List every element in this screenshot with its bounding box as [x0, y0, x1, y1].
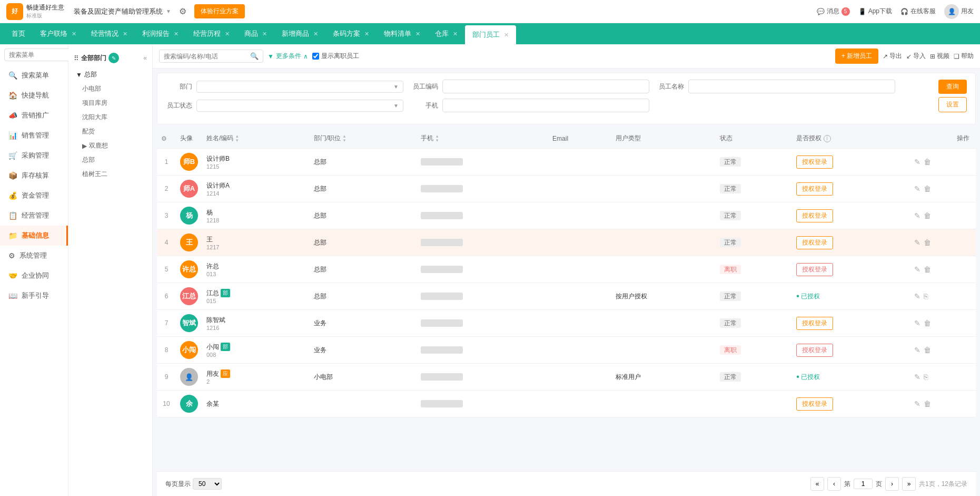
auth-login-button[interactable]: 授权登录 [796, 209, 833, 222]
dept-item-project-warehouse[interactable]: 项目库房 [72, 96, 149, 110]
auth-login-button[interactable]: 授权登录 [796, 155, 833, 169]
tab-bom[interactable]: 物料清单✕ [377, 23, 428, 44]
name-sort[interactable]: 姓名/编码 ▲▼ [206, 134, 305, 143]
tab-close-barcode[interactable]: ✕ [364, 31, 369, 37]
dept-item-hq[interactable]: 总部 [72, 153, 149, 167]
copy-button[interactable]: ⎘ [924, 373, 928, 381]
th-dept[interactable]: 部门/职位 ▲▼ [310, 129, 417, 149]
edit-button[interactable]: ✎ [914, 265, 920, 274]
tab-close-goods[interactable]: ✕ [262, 31, 267, 37]
sidebar-item-basic[interactable]: 📁 基础信息 [0, 226, 68, 246]
dept-edit-button[interactable]: ✎ [108, 53, 119, 63]
tab-barcode[interactable]: 条码方案✕ [325, 23, 377, 44]
tab-close-bom[interactable]: ✕ [415, 31, 420, 37]
edit-button[interactable]: ✎ [914, 184, 920, 193]
online-service-button[interactable]: 🎧 在线客服 [900, 7, 936, 16]
auth-info-icon[interactable]: i [824, 135, 831, 142]
auth-login-button-resigned[interactable]: 授权登录 [796, 263, 833, 276]
emp-status-select[interactable]: ▼ [196, 100, 403, 112]
page-number-input[interactable] [854, 479, 873, 489]
tab-close-employees[interactable]: ✕ [504, 32, 509, 38]
view-button[interactable]: ⊞ 视频 [930, 52, 949, 61]
delete-button[interactable]: 🗑 [924, 158, 931, 166]
last-page-button[interactable]: » [902, 477, 916, 491]
app-download-button[interactable]: 📱 App下载 [858, 7, 892, 16]
tab-customer[interactable]: 客户联络✕ [33, 23, 84, 44]
copy-button[interactable]: ⎘ [924, 292, 928, 300]
dept-item-shenyang[interactable]: 沈阳大库 [72, 110, 149, 124]
tab-close-profit[interactable]: ✕ [174, 31, 179, 37]
th-name[interactable]: 姓名/编码 ▲▼ [202, 129, 310, 149]
search-input[interactable] [164, 53, 248, 60]
sidebar-item-sales[interactable]: 📊 销售管理 [0, 125, 68, 145]
delete-button[interactable]: 🗑 [924, 346, 931, 354]
edit-button[interactable]: ✎ [914, 400, 920, 408]
edit-button[interactable]: ✎ [914, 238, 920, 247]
help-button[interactable]: ❑ 帮助 [954, 52, 974, 61]
edit-button[interactable]: ✎ [914, 211, 920, 220]
dept-item-distribution[interactable]: 配货 [72, 124, 149, 139]
phone-input[interactable] [442, 99, 649, 112]
emp-code-input[interactable] [442, 80, 649, 93]
dept-item-small-electric[interactable]: 小电部 [72, 82, 149, 96]
user-avatar-button[interactable]: 👤 用友 [944, 4, 974, 19]
delete-button[interactable]: 🗑 [924, 211, 931, 220]
tab-close-history[interactable]: ✕ [225, 31, 230, 37]
sidebar-item-inventory[interactable]: 📦 库存核算 [0, 166, 68, 186]
tab-employees[interactable]: 部门员工✕ [465, 25, 516, 44]
auth-login-button[interactable]: 授权登录 [796, 397, 833, 411]
show-resigned-checkbox[interactable] [312, 53, 319, 60]
dept-all-label[interactable]: 全部部门 [81, 54, 106, 63]
th-gear[interactable]: ⚙ [157, 129, 176, 149]
edit-button[interactable]: ✎ [914, 292, 920, 300]
tab-close-operation[interactable]: ✕ [123, 31, 127, 37]
tab-new-goods[interactable]: 新增商品✕ [274, 23, 325, 44]
dept-select[interactable]: ▼ [196, 81, 403, 93]
first-page-button[interactable]: « [810, 477, 824, 491]
tab-close-new-goods[interactable]: ✕ [313, 31, 318, 37]
auth-login-button[interactable]: 授权登录 [796, 236, 833, 249]
sidebar-item-purchase[interactable]: 🛒 采购管理 [0, 145, 68, 166]
edit-button[interactable]: ✎ [914, 158, 920, 166]
emp-name-input[interactable] [688, 80, 895, 93]
dept-item-headquarters-parent[interactable]: ▼ 总部 [72, 67, 149, 82]
edit-button[interactable]: ✎ [914, 373, 920, 381]
next-page-button[interactable]: › [885, 477, 899, 491]
tab-goods[interactable]: 商品✕ [237, 23, 274, 44]
tab-close-customer[interactable]: ✕ [72, 31, 76, 37]
sidebar-item-nav[interactable]: 🏠 快捷导航 [0, 85, 68, 105]
tab-warehouse[interactable]: 仓库✕ [428, 23, 465, 44]
sidebar-item-marketing[interactable]: 📣 营销推广 [0, 105, 68, 125]
per-page-select[interactable]: 50 100 200 [193, 478, 222, 490]
delete-button[interactable]: 🗑 [924, 238, 931, 247]
sidebar-item-business[interactable]: 📋 经营管理 [0, 206, 68, 226]
auth-login-button[interactable]: 授权登录 [796, 317, 833, 330]
phone-sort[interactable]: 手机 ▲▼ [421, 134, 544, 143]
reset-button[interactable]: 设置 [938, 97, 967, 112]
delete-button[interactable]: 🗑 [924, 400, 931, 408]
import-button[interactable]: ↙ 导入 [906, 52, 926, 61]
show-resigned-checkbox-label[interactable]: 显示离职员工 [312, 52, 359, 61]
delete-button[interactable]: 🗑 [924, 184, 931, 193]
settings-gear-button[interactable]: ⚙ [175, 4, 190, 19]
delete-button[interactable]: 🗑 [924, 265, 931, 274]
system-dropdown-arrow[interactable]: ▼ [166, 8, 171, 14]
dept-sort[interactable]: 部门/职位 ▲▼ [314, 134, 413, 143]
tab-history[interactable]: 经营历程✕ [186, 23, 237, 44]
delete-button[interactable]: 🗑 [924, 319, 931, 327]
sidebar-item-collab[interactable]: 🤝 企业协同 [0, 266, 68, 286]
add-employee-button[interactable]: + 新增员工 [835, 48, 878, 64]
prev-page-button[interactable]: ‹ [827, 477, 841, 491]
dept-item-shuanglu[interactable]: ▶双鹿想 [72, 139, 149, 153]
export-button[interactable]: ↗ 导出 [883, 52, 902, 61]
sidebar-item-system[interactable]: ⚙ 系统管理 [0, 246, 68, 266]
th-phone[interactable]: 手机 ▲▼ [417, 129, 548, 149]
tab-operation[interactable]: 经营情况✕ [84, 23, 135, 44]
sidebar-item-finance[interactable]: 💰 资金管理 [0, 186, 68, 206]
tab-close-warehouse[interactable]: ✕ [453, 31, 458, 37]
dept-item-zhishu[interactable]: 植树王二 [72, 167, 149, 181]
auth-login-button-resigned[interactable]: 授权登录 [796, 344, 833, 357]
message-button[interactable]: 💬 消息 5 [817, 7, 850, 16]
query-button[interactable]: 查询 [938, 80, 967, 94]
more-filter-button[interactable]: ▼ 更多条件 ∧ [268, 52, 308, 61]
